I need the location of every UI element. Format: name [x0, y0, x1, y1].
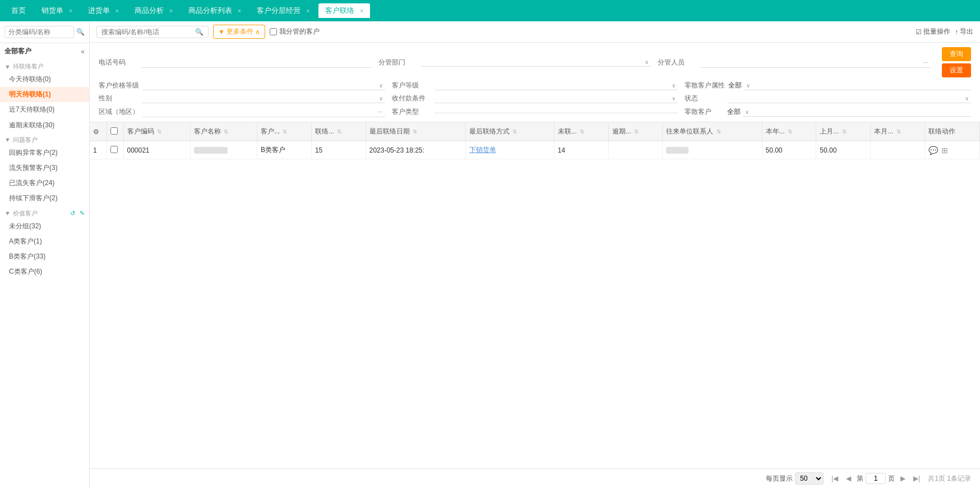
this-year-sort-icon[interactable]: ⇅ [788, 128, 792, 135]
nav-customer-contact[interactable]: 客户联络 × [318, 3, 370, 18]
not-contacted-sort-icon[interactable]: ⇅ [580, 128, 584, 135]
retail-customer-value: 全部 [727, 107, 741, 117]
sidebar-search-icon[interactable]: 🔍 [76, 28, 85, 36]
nav-purchase[interactable]: 进货单 × [81, 3, 126, 18]
customer-type-select[interactable] [434, 111, 678, 113]
col-overdue: 逾期... ⇅ [608, 122, 663, 141]
last-method-sort-icon[interactable]: ⇅ [512, 128, 517, 135]
toolbar-search-icon[interactable]: 🔍 [195, 28, 204, 36]
my-customers-checkbox[interactable] [270, 28, 277, 35]
top-navigation: 首页 销货单 × 进货单 × 商品分析 × 商品分析列表 × 客户分层经营 × … [0, 0, 980, 21]
status-select[interactable]: ∨ [727, 94, 971, 103]
type-sort-icon[interactable]: ⇅ [283, 128, 287, 135]
more-conditions-button[interactable]: ▼ 更多条件 ∧ [213, 25, 265, 39]
all-customers-title[interactable]: 全部客户 « [0, 43, 89, 59]
per-page-label: 每页显示 [766, 474, 793, 484]
retail-customer-select-wrap: 全部 ∨ [727, 107, 971, 117]
page-number-input[interactable] [866, 473, 886, 484]
comment-action-icon[interactable]: 💬 [928, 146, 938, 155]
export-icon: ↑ [955, 28, 958, 36]
nav-customer-stratification[interactable]: 客户分层经营 × [250, 3, 316, 18]
nav-sales[interactable]: 销货单 × [35, 3, 79, 18]
phone-input[interactable] [141, 57, 372, 68]
cell-last-month: 50.00 [816, 141, 871, 159]
select-all-checkbox[interactable] [110, 127, 118, 135]
person-label: 分管人员 [658, 58, 697, 67]
value-group-edit-icon[interactable]: ✎ [80, 210, 85, 217]
my-customers-checkbox-label[interactable]: 我分管的客户 [270, 27, 320, 36]
prev-page-button[interactable]: ◀ [844, 473, 853, 484]
all-customers-label: 全部客户 [4, 47, 31, 56]
retail-attr-select[interactable]: ∨ [744, 81, 971, 90]
export-button[interactable]: ↑ 导出 [955, 27, 973, 36]
retail-customer-select[interactable]: ∨ [743, 108, 971, 117]
sidebar-item-abnormal-repurchase[interactable]: 回购异常客户(2) [0, 145, 89, 160]
sidebar-item-ungrouped[interactable]: 未分组(32) [0, 219, 89, 234]
grid-action-icon[interactable]: ⊞ [941, 146, 948, 155]
row-checkbox[interactable] [110, 146, 118, 153]
page-input-group: 第 页 [857, 473, 895, 484]
query-button[interactable]: 查询 [942, 47, 971, 61]
sidebar-item-today-pending[interactable]: 今天待联络(0) [0, 72, 89, 87]
gender-select[interactable]: ∨ [141, 94, 385, 103]
cell-name [190, 141, 257, 159]
toolbar-search-input[interactable] [101, 28, 193, 36]
nav-product-analysis-list[interactable]: 商品分析列表 × [182, 3, 248, 18]
code-sort-icon[interactable]: ⇅ [157, 128, 161, 135]
last-month-sort-icon[interactable]: ⇅ [842, 128, 847, 135]
sidebar-item-class-a[interactable]: A类客户(1) [0, 234, 89, 249]
region-dots-icon[interactable]: ··· [377, 108, 383, 116]
last-contact-method-link[interactable]: 下销货单 [469, 146, 496, 154]
dept-label: 分管部门 [378, 58, 418, 67]
filter-payment-terms: 收付款条件 ∨ [392, 94, 678, 103]
retail-attr-label: 零散客户属性 [685, 81, 725, 90]
next-page-button[interactable]: ▶ [898, 473, 908, 484]
close-customer-stratification-icon[interactable]: × [306, 7, 309, 14]
close-sales-icon[interactable]: × [69, 7, 72, 14]
value-group-refresh-icon[interactable]: ↺ [70, 210, 75, 217]
close-product-analysis-list-icon[interactable]: × [238, 7, 241, 14]
sidebar-item-churned[interactable]: 已流失客户(24) [0, 176, 89, 191]
retail-customer-chevron-icon: ∨ [745, 109, 749, 115]
dept-select[interactable]: ∨ [421, 58, 651, 67]
overdue-sort-icon[interactable]: ⇅ [634, 128, 639, 135]
person-dots-icon[interactable]: ··· [923, 58, 928, 66]
contacts-sort-icon[interactable]: ⇅ [337, 128, 341, 135]
customer-level-select[interactable]: ∨ [434, 81, 678, 90]
customer-price-level-select[interactable]: ∨ [142, 81, 385, 90]
close-purchase-icon[interactable]: × [115, 7, 119, 14]
settings-button[interactable]: 设置 [942, 63, 971, 77]
sidebar-item-tomorrow-pending[interactable]: 明天待联络(1) [0, 87, 89, 102]
nav-home[interactable]: 首页 [4, 3, 33, 18]
sidebar: 🔍 全部客户 « ▼ 待联络客户 今天待联络(0) 明天待联络(1) 近7天待联… [0, 21, 90, 488]
first-page-button[interactable]: |◀ [829, 473, 840, 484]
sidebar-item-overdue-pending[interactable]: 逾期未联络(30) [0, 118, 89, 133]
nav-product-analysis[interactable]: 商品分析 × [128, 3, 179, 18]
settings-gear-icon[interactable]: ⚙ [93, 128, 99, 136]
cell-overdue [608, 141, 663, 159]
sidebar-item-class-c[interactable]: C类客户(6) [0, 264, 89, 279]
contacts-person-sort-icon[interactable]: ⇅ [716, 128, 721, 135]
name-sort-icon[interactable]: ⇅ [224, 128, 228, 135]
level-chevron-icon: ∨ [672, 82, 676, 89]
per-page-select[interactable]: 50 100 200 [795, 472, 824, 485]
close-product-analysis-icon[interactable]: × [169, 7, 173, 14]
sidebar-item-churn-warning[interactable]: 流失预警客户(3) [0, 160, 89, 176]
close-customer-contact-icon[interactable]: × [360, 7, 363, 14]
batch-operation-button[interactable]: ☑ 批量操作 [916, 27, 950, 36]
this-month-sort-icon[interactable]: ⇅ [896, 128, 901, 135]
last-page-button[interactable]: ▶| [911, 473, 922, 484]
problem-group-label: ▼ 问题客户 [0, 133, 89, 145]
region-label: 区域（地区） [99, 107, 139, 117]
sidebar-item-class-b[interactable]: B类客户(33) [0, 249, 89, 264]
payment-terms-select[interactable]: ∨ [434, 94, 678, 103]
customer-type-label: 客户类型 [392, 107, 431, 117]
customer-level-label: 客户等级 [392, 81, 431, 90]
sidebar-item-declining[interactable]: 持续下滑客户(2) [0, 191, 89, 206]
last-date-sort-icon[interactable]: ⇅ [413, 128, 417, 135]
filter-status: 状态 ∨ [685, 94, 971, 103]
filter-customer-type: 客户类型 [392, 107, 678, 117]
cell-contacts: 15 [311, 141, 366, 159]
sidebar-search-input[interactable] [4, 26, 74, 38]
sidebar-item-7days-pending[interactable]: 近7天待联络(0) [0, 102, 89, 117]
